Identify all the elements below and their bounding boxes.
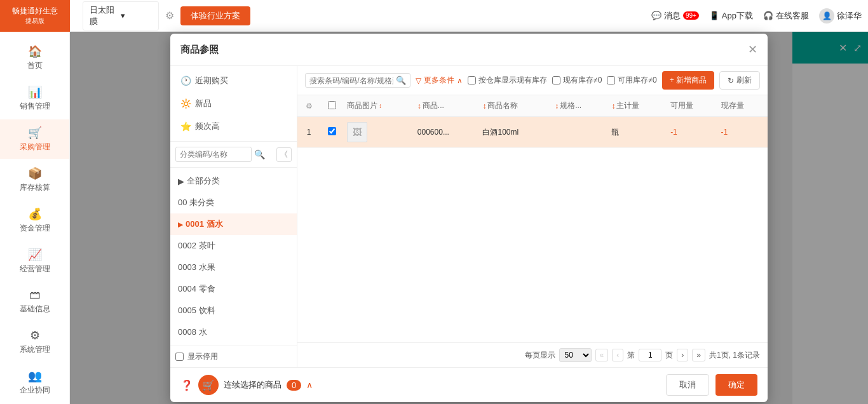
sidebar-label-system: 系统管理 [20,344,50,355]
warehouse-selector[interactable]: 日太阳膜 ▾ [83,1,159,30]
footer-left: ❓ 🛒 连续选择的商品 0 ∧ [180,375,313,395]
sidebar-item-finance[interactable]: 💰 资金管理 [0,201,69,240]
nav-right: 💬 消息 99+ 📱 App下载 🎧 在线客服 👤 徐泽华 [651,8,862,24]
category-00[interactable]: 00 未分类 [170,192,297,213]
category-0005[interactable]: 0005 饮料 [170,300,297,321]
more-filter-button[interactable]: ▽ 更多条件 ∧ [416,75,463,86]
category-all[interactable]: ▶ 全部分类 [170,170,297,192]
cancel-button[interactable]: 取消 [666,374,709,396]
row-unit: 瓶 [607,117,667,148]
collapse-left-button[interactable]: 《 [276,147,292,162]
th-code[interactable]: ↕ 商品... [414,95,479,117]
warehouse-stock-checkbox[interactable] [468,76,476,84]
sidebar-label-inventory: 库存核算 [20,182,50,193]
bell-icon: 💬 [651,11,661,20]
settings-icon[interactable]: ⚙ [165,10,174,22]
modal-close-button[interactable]: ✕ [748,43,757,57]
row-checkbox[interactable] [320,117,343,148]
usable-ne0-filter[interactable]: 可用库存≠0 [607,75,656,86]
category-search: 🔍 《 [170,142,297,168]
page-first-button[interactable]: « [595,349,609,361]
app-download[interactable]: 📱 App下载 [709,10,753,22]
category-0004[interactable]: 0004 零食 [170,278,297,300]
sidebar-item-sales[interactable]: 📊 销售管理 [0,79,69,118]
notifications-badge: 99+ [683,11,699,20]
filter-icon: ▽ [416,76,421,85]
page-unit: 页 [665,350,673,361]
top-nav: 畅捷通好生意 捷易版 日太阳膜 ▾ ⚙ 体验行业方案 💬 消息 99+ 📱 Ap… [0,0,868,32]
total-info: 共1页, 1条记录 [709,350,760,361]
show-disabled-label[interactable]: 显示停用 [187,351,218,362]
category-0001[interactable]: ▶ 0001 酒水 [170,213,297,235]
add-product-button[interactable]: + 新增商品 [662,71,714,90]
sidebar-item-system[interactable]: ⚙ 系统管理 [0,322,69,361]
category-0003[interactable]: 0003 水果 [170,257,297,278]
th-name[interactable]: ↕ 商品名称 [478,95,551,117]
modal-right-panel: 🔍 ▽ 更多条件 ∧ 按仓库显示现有库存 [297,66,768,367]
trial-btn[interactable]: 体验行业方案 [180,6,250,25]
footer-count: 0 [287,380,301,391]
refresh-button[interactable]: ↻ 刷新 [719,71,760,90]
show-disabled-checkbox[interactable] [175,353,184,361]
stock-ne0-checkbox[interactable] [552,76,560,84]
page-last-button[interactable]: » [692,349,705,361]
sidebar-item-enterprise[interactable]: 👥 企业协同 [0,363,69,402]
operations-icon: 📈 [28,248,42,262]
per-page-select[interactable]: 50 20 100 [559,348,592,362]
online-service[interactable]: 🎧 在线客服 [763,10,809,22]
warehouse-stock-filter[interactable]: 按仓库显示现有库存 [468,75,547,86]
product-table-wrap: ⚙ 商品图片 ↕ [297,95,768,342]
th-stock[interactable]: 现存量 [717,95,768,117]
select-all-checkbox[interactable] [328,101,336,109]
th-spec[interactable]: ↕ 规格... [551,95,607,117]
category-0002[interactable]: 0002 茶叶 [170,235,297,257]
cart-button[interactable]: 🛒 [198,375,219,395]
page-input[interactable] [639,349,661,361]
product-search-input[interactable] [309,76,393,85]
table-row[interactable]: 1 🖼 [297,117,768,148]
confirm-button[interactable]: 确定 [715,374,757,396]
home-icon: 🏠 [28,44,42,58]
footer-collapse-icon[interactable]: ∧ [306,380,313,390]
page-prev-button[interactable]: ‹ [612,349,623,361]
inventory-icon: 📦 [28,166,42,180]
logo: 畅捷通好生意 捷易版 [0,0,70,32]
row-index: 1 [297,117,320,148]
sidebar-item-basic-info[interactable]: 🗃 基础信息 [0,282,69,321]
row-name: 白酒100ml [478,117,551,148]
footer-right: 取消 确定 [666,374,757,396]
sidebar-item-inventory[interactable]: 📦 库存核算 [0,160,69,199]
sort-code-icon: ↕ [417,102,421,111]
sidebar-item-operations[interactable]: 📈 经营管理 [0,241,69,281]
modal-body: 🕐 近期购买 🔆 新品 ⭐ 频次高 [170,66,768,367]
sidebar-label-basic-info: 基础信息 [20,304,50,314]
page-next-button[interactable]: › [677,349,688,361]
quick-new[interactable]: 🔆 新品 [175,94,292,113]
category-list: ▶ 全部分类 00 未分类 ▶ 0001 酒水 0002 茶 [170,168,297,346]
clock-icon: 🕐 [180,76,191,86]
footer-select-text: 连续选择的商品 [224,379,281,391]
modal-toolbar: 🔍 ▽ 更多条件 ∧ 按仓库显示现有库存 [297,66,768,95]
quick-recent[interactable]: 🕐 近期购买 [175,71,292,90]
finance-icon: 💰 [28,207,42,221]
th-unit[interactable]: ↕ 主计量 [607,95,667,117]
help-icon[interactable]: ❓ [180,379,193,391]
search-icon: 🔍 [396,76,406,85]
usable-ne0-checkbox[interactable] [607,76,615,84]
user-profile[interactable]: 👤 徐泽华 [819,8,862,24]
per-page-label: 每页显示 [525,350,555,361]
stock-ne0-filter[interactable]: 现有库存≠0 [552,75,602,86]
notifications[interactable]: 💬 消息 99+ [651,10,699,22]
column-settings-icon[interactable]: ⚙ [306,102,313,111]
category-0008[interactable]: 0008 水 [170,321,297,343]
quick-frequent[interactable]: ⭐ 频次高 [175,117,292,136]
category-search-input[interactable] [175,147,252,162]
category-search-button[interactable]: 🔍 [254,149,265,159]
sidebar-item-home[interactable]: 🏠 首页 [0,38,69,77]
row-image: 🖼 [343,117,414,148]
sidebar-item-purchase[interactable]: 🛒 采购管理 [0,119,69,159]
sales-icon: 📊 [28,85,42,99]
row-code: 000600... [414,117,479,148]
sidebar: 🏠 首页 📊 销售管理 🛒 采购管理 📦 库存核算 💰 资金管理 📈 经营管理 … [0,32,70,404]
th-available[interactable]: 可用量 [667,95,717,117]
